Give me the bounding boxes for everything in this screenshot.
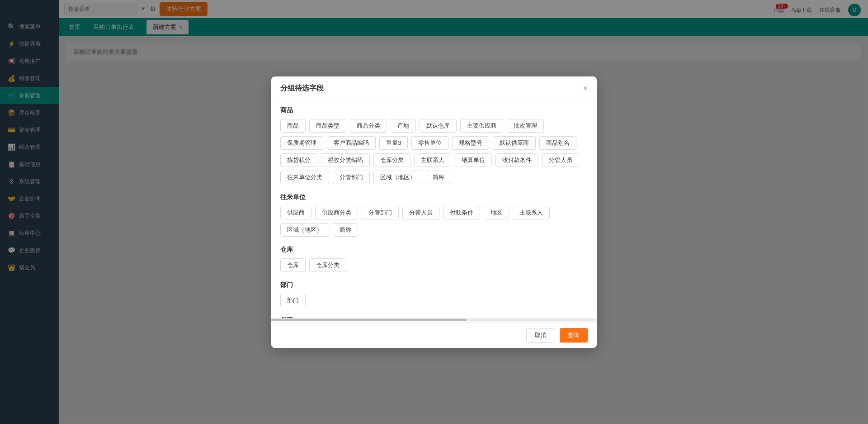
field-tag-1-3[interactable]: 分管人员 (402, 206, 439, 219)
field-tag-0-14[interactable]: 拣货积分 (280, 153, 317, 167)
field-tag-2-1[interactable]: 仓库分类 (309, 258, 346, 272)
field-tag-1-8[interactable]: 简称 (333, 223, 358, 237)
field-tag-0-4[interactable]: 默认仓库 (420, 119, 457, 133)
section-1: 往来单位供应商供应商分类分管部门分管人员付款条件地区主联系人区域（地区）简称 (280, 193, 588, 237)
field-tag-0-12[interactable]: 默认供应商 (493, 136, 536, 150)
field-tag-0-20[interactable]: 分管人员 (542, 153, 579, 167)
field-tags-1: 供应商供应商分类分管部门分管人员付款条件地区主联系人区域（地区）简称 (280, 206, 588, 237)
field-tag-0-6[interactable]: 批次管理 (507, 119, 544, 133)
field-tag-1-2[interactable]: 分管部门 (362, 206, 399, 219)
modal-horizontal-scroll[interactable] (271, 318, 597, 322)
field-tag-1-7[interactable]: 区域（地区） (280, 223, 329, 237)
field-tag-0-13[interactable]: 商品别名 (539, 136, 576, 150)
section-3: 部门部门 (280, 281, 588, 307)
modal-close-btn[interactable]: × (583, 84, 588, 92)
section-2: 仓库仓库仓库分类 (280, 246, 588, 272)
confirm-button[interactable]: 查询 (560, 328, 588, 343)
modal-container: 分组待选字段 × 商品商品商品类型商品分类产地默认仓库主要供应商批次管理保质期管… (271, 76, 597, 348)
field-tag-0-3[interactable]: 产地 (391, 119, 416, 133)
field-tag-1-4[interactable]: 付款条件 (443, 206, 480, 219)
field-tag-0-11[interactable]: 规格型号 (452, 136, 489, 150)
field-tag-0-16[interactable]: 仓库分类 (373, 153, 410, 167)
section-title-3: 部门 (280, 281, 588, 289)
field-tag-0-2[interactable]: 商品分类 (350, 119, 387, 133)
field-tag-0-21[interactable]: 往来单位分类 (280, 171, 329, 184)
field-tag-0-8[interactable]: 客户商品编码 (327, 136, 376, 150)
field-tag-0-5[interactable]: 主要供应商 (460, 119, 503, 133)
cancel-button[interactable]: 取消 (526, 328, 555, 343)
section-title-1: 往来单位 (280, 193, 588, 201)
field-tag-1-5[interactable]: 地区 (484, 206, 509, 219)
section-0: 商品商品商品类型商品分类产地默认仓库主要供应商批次管理保质期管理客户商品编码重量… (280, 106, 588, 184)
field-tag-0-22[interactable]: 分管部门 (333, 171, 370, 184)
field-tag-0-9[interactable]: 重量3 (379, 136, 408, 150)
field-tag-0-17[interactable]: 主联系人 (414, 153, 451, 167)
field-tag-0-24[interactable]: 简称 (426, 171, 451, 184)
section-title-2: 仓库 (280, 246, 588, 254)
field-tag-0-18[interactable]: 结算单位 (455, 153, 492, 167)
modal-body[interactable]: 商品商品商品类型商品分类产地默认仓库主要供应商批次管理保质期管理客户商品编码重量… (271, 99, 597, 318)
field-tag-0-19[interactable]: 收付款条件 (495, 153, 538, 167)
field-tag-1-0[interactable]: 供应商 (280, 206, 311, 219)
field-tag-0-0[interactable]: 商品 (280, 119, 306, 133)
modal-overlay: 分组待选字段 × 商品商品商品类型商品分类产地默认仓库主要供应商批次管理保质期管… (0, 0, 868, 424)
modal-footer: 取消 查询 (271, 322, 597, 348)
field-tags-2: 仓库仓库分类 (280, 258, 588, 272)
modal-header: 分组待选字段 × (271, 76, 597, 99)
modal-title: 分组待选字段 (280, 84, 324, 93)
field-tag-1-6[interactable]: 主联系人 (513, 206, 550, 219)
section-title-0: 商品 (280, 106, 588, 114)
field-tag-0-7[interactable]: 保质期管理 (280, 136, 323, 150)
field-tag-0-1[interactable]: 商品类型 (309, 119, 346, 133)
field-tag-0-15[interactable]: 税收分类编码 (321, 153, 370, 167)
field-tags-3: 部门 (280, 294, 588, 307)
field-tag-0-23[interactable]: 区域（地区） (373, 171, 422, 184)
field-tag-3-0[interactable]: 部门 (280, 294, 306, 307)
field-tag-1-1[interactable]: 供应商分类 (315, 206, 358, 219)
field-tag-2-0[interactable]: 仓库 (280, 258, 306, 272)
field-tag-0-10[interactable]: 零售单位 (411, 136, 448, 150)
field-tags-0: 商品商品类型商品分类产地默认仓库主要供应商批次管理保质期管理客户商品编码重量3零… (280, 119, 588, 184)
